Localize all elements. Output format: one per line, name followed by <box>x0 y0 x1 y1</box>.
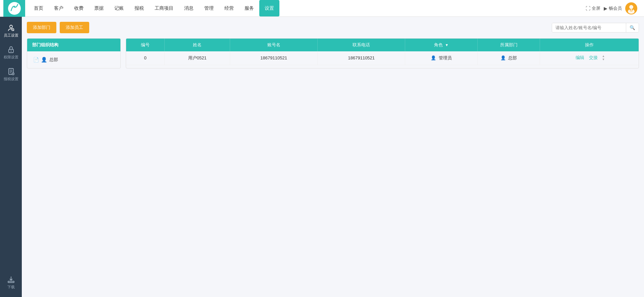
nav-service[interactable]: 服务 <box>239 0 259 16</box>
sidebar-item-employee[interactable]: 员工设置 <box>0 20 22 42</box>
nav-manage[interactable]: 管理 <box>199 0 219 16</box>
add-employee-button[interactable]: 添加员工 <box>60 22 89 33</box>
logo <box>3 0 25 17</box>
col-name: 姓名 <box>165 39 230 51</box>
dept-node-label: 总部 <box>49 57 58 63</box>
nav-invoice[interactable]: 票据 <box>89 0 109 16</box>
dept-tree: 部门组织结构 📄 👤 总部 <box>27 38 121 68</box>
search-input[interactable] <box>552 23 626 32</box>
nav-fee[interactable]: 收费 <box>69 0 89 16</box>
sidebar-item-taxsettings[interactable]: 报税设置 <box>0 64 22 86</box>
add-dept-button[interactable]: 添加部门 <box>27 22 56 33</box>
col-account: 账号名 <box>230 39 318 51</box>
sidebar-item-download-label: 下载 <box>7 285 15 290</box>
dept-user-icon-cell: 👤 <box>500 55 506 60</box>
sidebar-item-download[interactable]: 下载 <box>0 272 22 294</box>
person-settings-icon <box>7 24 15 32</box>
svg-point-0 <box>13 6 15 8</box>
nav-right: ⛶ 全屏 ▶ 畅会员 <box>586 2 641 14</box>
nav-business[interactable]: 工商项目 <box>149 0 179 16</box>
svg-point-9 <box>10 51 11 52</box>
dept-tree-header: 部门组织结构 <box>27 39 120 51</box>
logo-icon <box>8 2 21 15</box>
search-box: 🔍 <box>552 23 639 33</box>
sidebar-item-taxsettings-label: 报税设置 <box>4 77 18 82</box>
employee-table-area: 编号 姓名 账号名 联系电话 角色 ▼ 所属部门 操作 <box>126 38 639 68</box>
member-icon: ▶ <box>604 6 607 11</box>
nav-bookkeeping[interactable]: 记账 <box>109 0 129 16</box>
edit-link[interactable]: 编辑 <box>576 55 584 60</box>
svg-point-5 <box>632 9 633 10</box>
cell-name: 用户0521 <box>165 51 230 65</box>
nav-message[interactable]: 消息 <box>179 0 199 16</box>
employee-table: 编号 姓名 账号名 联系电话 角色 ▼ 所属部门 操作 <box>126 39 639 65</box>
transfer-link[interactable]: 交接 <box>589 55 598 60</box>
svg-point-3 <box>628 9 635 14</box>
fullscreen-label: 全屏 <box>592 5 600 11</box>
sidebar-item-permission[interactable]: 权限设置 <box>0 42 22 64</box>
member-label: 畅会员 <box>609 5 622 11</box>
fullscreen-btn[interactable]: ⛶ 全屏 <box>586 5 600 11</box>
file-icon: 📄 <box>33 57 39 62</box>
svg-point-6 <box>10 25 12 28</box>
col-id: 编号 <box>126 39 165 51</box>
main-content: 部门组织结构 📄 👤 总部 编号 姓名 账号名 <box>27 38 639 68</box>
col-dept: 所属部门 <box>477 39 540 51</box>
cell-account: 18679110521 <box>230 51 318 65</box>
content-area: 添加部门 添加员工 🔍 部门组织结构 📄 👤 总部 <box>22 17 644 297</box>
toolbar-left: 添加部门 添加员工 <box>27 22 89 33</box>
table-row: 0 用户0521 18679110521 18679110521 👤 管理员 👤… <box>126 51 639 65</box>
nav-tax[interactable]: 报税 <box>129 0 149 16</box>
avatar[interactable] <box>625 2 637 14</box>
dept-user-icon: 👤 <box>41 57 47 63</box>
col-action: 操作 <box>540 39 639 51</box>
nav-settings[interactable]: 设置 <box>259 0 279 16</box>
nav-items: 首页 客户 收费 票据 记账 报税 工商项目 消息 管理 经营 服务 设置 <box>29 0 586 16</box>
cell-dept: 👤 总部 <box>477 51 540 65</box>
sidebar: 员工设置 权限设置 <box>0 17 22 297</box>
filter-icon: ▼ <box>445 43 448 47</box>
svg-rect-15 <box>8 281 14 283</box>
top-nav: 首页 客户 收费 票据 记账 报税 工商项目 消息 管理 经营 服务 设置 ⛶ … <box>0 0 644 17</box>
search-icon: 🔍 <box>630 25 635 30</box>
lock-icon <box>7 46 15 53</box>
cell-phone: 18679110521 <box>318 51 405 65</box>
dept-tree-body: 📄 👤 总部 <box>27 51 120 68</box>
download-icon <box>7 276 15 283</box>
cell-action: 编辑 交接 ▲ ▼ <box>540 51 639 65</box>
main-layout: 员工设置 权限设置 <box>0 17 644 297</box>
scroll-down-btn[interactable]: ▼ <box>602 58 605 61</box>
toolbar: 添加部门 添加员工 🔍 <box>27 22 639 33</box>
role-user-icon: 👤 <box>431 55 436 60</box>
nav-customer[interactable]: 客户 <box>49 0 69 16</box>
member-btn[interactable]: ▶ 畅会员 <box>604 5 622 11</box>
cell-id: 0 <box>126 51 165 65</box>
col-role[interactable]: 角色 ▼ <box>405 39 477 51</box>
dept-node-headquarters[interactable]: 📄 👤 总部 <box>31 55 117 65</box>
svg-point-4 <box>630 9 631 10</box>
row-scroll-control: ▲ ▼ <box>602 55 605 61</box>
search-button[interactable]: 🔍 <box>626 23 639 32</box>
nav-operation[interactable]: 经营 <box>219 0 239 16</box>
fullscreen-icon: ⛶ <box>586 6 590 11</box>
sidebar-item-employee-label: 员工设置 <box>4 33 18 38</box>
sidebar-item-permission-label: 权限设置 <box>4 55 18 60</box>
col-phone: 联系电话 <box>318 39 405 51</box>
svg-point-2 <box>629 5 633 9</box>
nav-home[interactable]: 首页 <box>29 0 49 16</box>
report-icon <box>7 68 15 75</box>
cell-role: 👤 管理员 <box>405 51 477 65</box>
